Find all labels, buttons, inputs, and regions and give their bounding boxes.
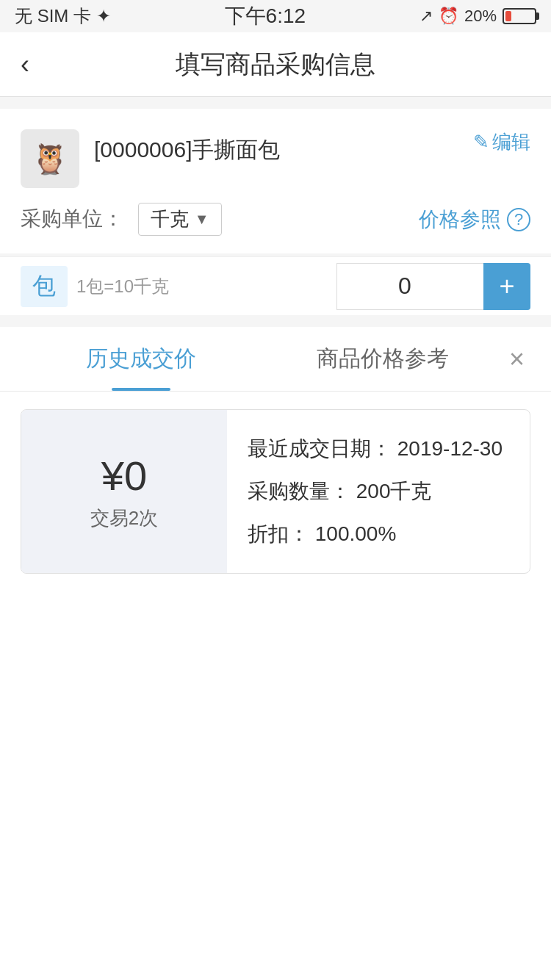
product-card: 🦉 [0000006]手撕面包 ✎ 编辑 采购单位： 千克 ▼ 价格参照 ? — [0, 109, 551, 253]
recent-date-label: 最近成交日期： — [248, 437, 392, 460]
back-button[interactable]: ‹ — [21, 49, 29, 80]
product-thumbnail: 🦉 — [21, 129, 79, 188]
unit-dropdown[interactable]: 千克 ▼ — [138, 203, 222, 236]
edit-button[interactable]: ✎ 编辑 — [473, 129, 530, 155]
battery-icon — [503, 8, 536, 24]
price-amount: ¥0 — [101, 452, 147, 500]
price-card-right: 最近成交日期： 2019-12-30 采购数量： 200千克 折扣： 100.0… — [227, 410, 530, 573]
white-area — [0, 591, 551, 980]
tab-history-price[interactable]: 历史成交价 — [21, 327, 262, 391]
quantity-unit-tag: 包 — [21, 266, 68, 307]
unit-label: 采购单位： — [21, 207, 123, 230]
price-transactions: 交易2次 — [90, 505, 158, 531]
status-bar: 无 SIM 卡 ✦ 下午6:12 ↗ ⏰ 20% — [0, 0, 551, 32]
recent-date-row: 最近成交日期： 2019-12-30 — [248, 433, 509, 464]
battery-fill — [505, 11, 511, 21]
quantity-input[interactable] — [336, 263, 483, 310]
price-card: ¥0 交易2次 最近成交日期： 2019-12-30 采购数量： 200千克 折… — [21, 409, 530, 574]
location-icon: ↗ — [419, 7, 433, 26]
status-time: 下午6:12 — [225, 2, 306, 30]
product-info-left: 🦉 [0000006]手撕面包 — [21, 129, 280, 188]
price-card-left: ¥0 交易2次 — [21, 410, 227, 573]
price-ref-help-icon: ? — [507, 208, 530, 231]
unit-value: 千克 — [151, 206, 189, 232]
discount-row: 折扣： 100.00% — [248, 519, 509, 550]
recent-date-value: 2019-12-30 — [397, 437, 503, 460]
quantity-section: 包 1包=10千克 + — [0, 256, 551, 315]
tab-section: 历史成交价 商品价格参考 × ¥0 交易2次 最近成交日期： 2019-12-3… — [0, 327, 551, 591]
unit-select-group: 采购单位： 千克 ▼ — [21, 203, 222, 236]
discount-label: 折扣： — [248, 522, 309, 545]
price-ref-button[interactable]: 价格参照 ? — [419, 206, 530, 234]
price-ref-label: 价格参照 — [419, 206, 501, 234]
status-right: ↗ ⏰ 20% — [419, 7, 536, 26]
battery-percent: 20% — [464, 7, 497, 26]
quantity-plus-button[interactable]: + — [483, 263, 530, 310]
product-unit-row: 采购单位： 千克 ▼ 价格参照 ? — [21, 203, 530, 236]
quantity-input-group: + — [336, 263, 530, 310]
dropdown-arrow-icon: ▼ — [195, 211, 209, 228]
purchase-qty-row: 采购数量： 200千克 — [248, 476, 509, 507]
quantity-label-group: 包 1包=10千克 — [21, 266, 169, 307]
tab-close-button[interactable]: × — [503, 344, 530, 375]
discount-value: 100.00% — [315, 522, 397, 545]
status-left: 无 SIM 卡 ✦ — [15, 4, 111, 28]
page-title: 填写商品采购信息 — [176, 48, 375, 82]
tab-bar: 历史成交价 商品价格参考 × — [0, 327, 551, 392]
history-content: ¥0 交易2次 最近成交日期： 2019-12-30 采购数量： 200千克 折… — [0, 392, 551, 591]
tab-price-reference[interactable]: 商品价格参考 — [262, 327, 503, 391]
no-sim-label: 无 SIM 卡 ✦ — [15, 4, 111, 28]
product-icon: 🦉 — [32, 142, 68, 176]
edit-icon: ✎ — [473, 131, 489, 154]
nav-bar: ‹ 填写商品采购信息 — [0, 32, 551, 97]
purchase-qty-value: 200千克 — [356, 480, 432, 502]
purchase-qty-label: 采购数量： — [248, 480, 350, 502]
alarm-icon: ⏰ — [439, 7, 458, 26]
product-name: [0000006]手撕面包 — [94, 129, 280, 165]
quantity-hint: 1包=10千克 — [76, 275, 169, 298]
product-header: 🦉 [0000006]手撕面包 ✎ 编辑 — [21, 129, 530, 188]
